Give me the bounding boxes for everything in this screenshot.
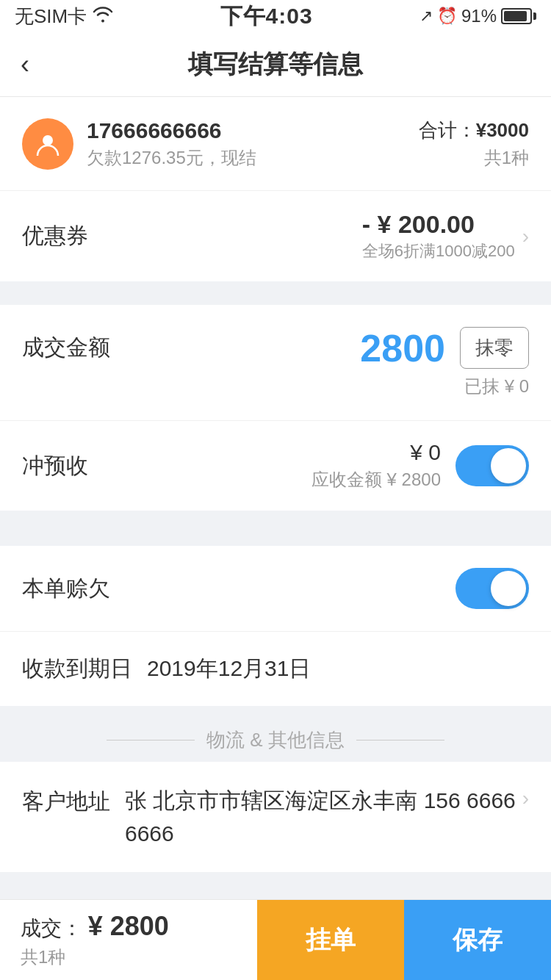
debt-toggle[interactable] [455, 568, 529, 609]
divider-1 [0, 293, 551, 305]
customer-phone: 17666666666 [87, 118, 256, 143]
address-section: 客户地址 张 北京市市辖区海淀区永丰南 156 6666 6666 › [0, 762, 551, 872]
divider-2 [0, 522, 551, 534]
coupon-discount: - ¥ 200.00 [362, 210, 515, 239]
debt-toggle-knob [491, 571, 526, 606]
address-card: 客户地址 张 北京市市辖区海淀区永丰南 156 6666 6666 › [0, 762, 551, 872]
bottom-deal-label: 成交： [21, 917, 82, 940]
save-button[interactable]: 保存 [404, 900, 551, 981]
debt-label: 本单赊欠 [22, 574, 110, 604]
customer-left: 17666666666 欠款1276.35元，现结 [22, 118, 256, 170]
prepay-row: 冲预收 ¥ 0 应收金额 ¥ 2800 [22, 440, 529, 491]
logistics-label: 物流 & 其他信息 [107, 727, 444, 753]
amount-card: 成交金额 2800 抹零 已抹 ¥ 0 冲预收 ¥ 0 应收金额 ¥ 2800 [0, 305, 551, 511]
customer-info: 17666666666 欠款1276.35元，现结 [87, 118, 256, 170]
location-icon: ↗ [419, 7, 433, 26]
status-right: ↗ ⏰ 91% [419, 6, 536, 26]
bottom-deal-row: 成交： ¥ 2800 [21, 911, 237, 943]
prepay-right: ¥ 0 应收金额 ¥ 2800 [311, 440, 529, 491]
main-content: 17666666666 欠款1276.35元，现结 合计：¥3000 共1种 优… [0, 97, 551, 980]
prepay-label: 冲预收 [22, 451, 88, 481]
amount-row: 成交金额 2800 抹零 [22, 327, 529, 369]
alarm-icon: ⏰ [437, 7, 457, 26]
status-left: 无SIM卡 [15, 4, 113, 29]
amount-value: 2800 [360, 329, 445, 367]
prepay-section: 冲预收 ¥ 0 应收金额 ¥ 2800 [0, 420, 551, 511]
avatar [22, 118, 73, 170]
prepay-subtext: 应收金额 ¥ 2800 [311, 468, 441, 491]
wifi-icon [93, 5, 113, 28]
due-date-section: 收款到期日 2019年12月31日 [0, 631, 551, 706]
round-button[interactable]: 抹零 [460, 327, 529, 369]
amount-label: 成交金额 [22, 333, 110, 363]
debt-section: 本单赊欠 [0, 546, 551, 631]
pending-button[interactable]: 挂单 [257, 900, 404, 981]
total-label: 合计：¥3000 [419, 118, 529, 143]
nav-bar: ‹ 填写结算等信息 [0, 32, 551, 97]
debt-card: 本单赊欠 收款到期日 2019年12月31日 [0, 546, 551, 706]
bottom-info: 成交： ¥ 2800 共1种 [0, 911, 257, 969]
total-amount: ¥3000 [476, 119, 529, 141]
coupon-right: - ¥ 200.00 全场6折满1000减200 › [362, 210, 529, 262]
prepay-amount: ¥ 0 [311, 440, 441, 465]
bottom-bar: 成交： ¥ 2800 共1种 挂单 保存 [0, 899, 551, 980]
amount-right: 2800 抹零 [360, 327, 529, 369]
prepay-values: ¥ 0 应收金额 ¥ 2800 [311, 440, 441, 491]
back-button[interactable]: ‹ [21, 49, 29, 80]
coupon-chevron-icon: › [522, 225, 529, 248]
address-content: 张 北京市市辖区海淀区永丰南 156 6666 6666 [125, 784, 522, 850]
customer-row: 17666666666 欠款1276.35元，现结 合计：¥3000 共1种 [0, 97, 551, 190]
svg-point-0 [43, 135, 53, 145]
total-count: 共1种 [419, 146, 529, 170]
address-chevron-icon: › [522, 787, 529, 810]
page-title: 填写结算等信息 [188, 48, 363, 82]
address-row[interactable]: 客户地址 张 北京市市辖区海淀区永丰南 156 6666 6666 › [22, 784, 529, 850]
coupon-row[interactable]: 优惠券 - ¥ 200.00 全场6折满1000减200 › [0, 190, 551, 281]
battery-percent: 91% [461, 6, 497, 26]
status-time: 下午4:03 [220, 1, 313, 32]
due-date-row: 收款到期日 2019年12月31日 [22, 654, 529, 684]
battery-icon [501, 8, 536, 24]
debt-row: 本单赊欠 [22, 568, 529, 609]
amount-subtext: 已抹 ¥ 0 [22, 375, 529, 398]
status-bar: 无SIM卡 下午4:03 ↗ ⏰ 91% [0, 0, 551, 32]
toggle-knob [491, 448, 526, 483]
address-label: 客户地址 [22, 787, 110, 817]
due-date-label: 收款到期日 [22, 654, 132, 684]
prepay-toggle[interactable] [455, 445, 529, 486]
carrier-text: 无SIM卡 [15, 4, 87, 29]
amount-section: 成交金额 2800 抹零 已抹 ¥ 0 [0, 305, 551, 420]
bottom-deal-amount: ¥ 2800 [88, 911, 169, 941]
customer-card: 17666666666 欠款1276.35元，现结 合计：¥3000 共1种 优… [0, 97, 551, 281]
coupon-description: 全场6折满1000减200 [362, 240, 515, 262]
bottom-count: 共1种 [21, 945, 237, 969]
coupon-label: 优惠券 [22, 221, 88, 251]
due-date-value: 2019年12月31日 [147, 654, 311, 684]
customer-subtext: 欠款1276.35元，现结 [87, 146, 256, 170]
logistics-divider: 物流 & 其他信息 [0, 718, 551, 762]
customer-right: 合计：¥3000 共1种 [419, 118, 529, 170]
